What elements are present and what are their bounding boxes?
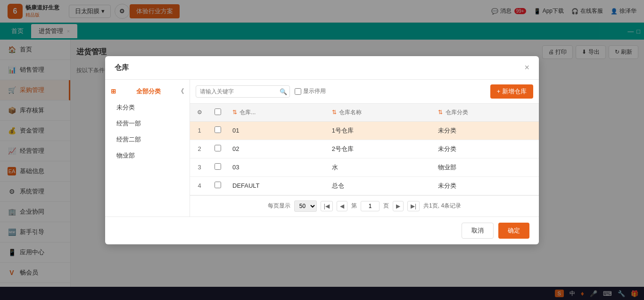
collapse-icon[interactable]: 《 bbox=[178, 87, 184, 96]
row-check-2[interactable] bbox=[209, 140, 227, 158]
search-icon[interactable]: 🔍 bbox=[280, 88, 287, 95]
table-row[interactable]: 3 03 水 物业部 bbox=[190, 158, 539, 176]
row-name-4: 总仓 bbox=[326, 176, 433, 195]
row-check-4[interactable] bbox=[209, 176, 227, 195]
table-head: ⚙ ⇅ 仓库... ⇅ bbox=[190, 104, 539, 122]
select-all-checkbox[interactable] bbox=[215, 108, 221, 115]
row-check-3[interactable] bbox=[209, 158, 227, 176]
category-ops1[interactable]: 经营一部 bbox=[105, 116, 190, 132]
modal-footer: 取消 确定 bbox=[105, 217, 539, 244]
all-categories-btn[interactable]: ⊞ 全部分类 《 bbox=[105, 83, 190, 100]
first-page-btn[interactable]: |◀ bbox=[321, 201, 333, 211]
row-code-2: 02 bbox=[227, 140, 326, 158]
row-cat-2: 未分类 bbox=[432, 140, 539, 158]
row-name-3: 水 bbox=[326, 158, 433, 176]
table-settings-icon[interactable]: ⚙ bbox=[197, 109, 202, 116]
col-category: ⇅ 仓库分类 bbox=[432, 104, 539, 122]
row-num-4: 4 bbox=[190, 176, 209, 195]
sort-cat-icon: ⇅ bbox=[438, 109, 443, 116]
row-cat-4: 未分类 bbox=[432, 176, 539, 195]
modal-pagination: 每页显示 50 |◀ ◀ 第 页 ▶ ▶| 共1页, 4条记录 bbox=[190, 195, 539, 217]
prev-page-btn[interactable]: ◀ bbox=[337, 201, 347, 211]
table-row[interactable]: 1 01 1号仓库 未分类 bbox=[190, 121, 539, 140]
col-code: ⇅ 仓库... bbox=[227, 104, 326, 122]
row-num-1: 1 bbox=[190, 121, 209, 140]
table-row[interactable]: 2 02 2号仓库 未分类 bbox=[190, 140, 539, 158]
page-number-input[interactable] bbox=[361, 201, 380, 211]
next-page-btn[interactable]: ▶ bbox=[393, 201, 404, 211]
row-cat-1: 未分类 bbox=[432, 121, 539, 140]
row-num-2: 2 bbox=[190, 140, 209, 158]
search-wrap: 🔍 bbox=[196, 85, 290, 98]
page-label: 页 bbox=[383, 202, 389, 210]
last-page-btn[interactable]: ▶| bbox=[407, 201, 420, 211]
modal-header: 仓库 × bbox=[105, 56, 539, 80]
show-disabled-checkbox[interactable]: 显示停用 bbox=[295, 87, 326, 95]
row-code-1: 01 bbox=[227, 121, 326, 140]
row-name-2: 2号仓库 bbox=[326, 140, 433, 158]
modal-toolbar: 🔍 显示停用 + 新增仓库 bbox=[190, 80, 539, 104]
disabled-checkbox[interactable] bbox=[295, 88, 301, 95]
add-warehouse-btn[interactable]: + 新增仓库 bbox=[490, 84, 533, 99]
cancel-button[interactable]: 取消 bbox=[462, 223, 494, 239]
category-property[interactable]: 物业部 bbox=[105, 148, 190, 164]
confirm-button[interactable]: 确定 bbox=[498, 223, 529, 239]
total-info: 共1页, 4条记录 bbox=[423, 202, 461, 210]
page-word: 第 bbox=[351, 202, 357, 210]
modal-overlay[interactable]: 仓库 × ⊞ 全部分类 《 未分类 经营一部 经营二部 物业部 bbox=[0, 0, 644, 300]
row-code-4: DEFAULT bbox=[227, 176, 326, 195]
table-row[interactable]: 4 DEFAULT 总仓 未分类 bbox=[190, 176, 539, 195]
row-name-1: 1号仓库 bbox=[326, 121, 433, 140]
category-unclassified[interactable]: 未分类 bbox=[105, 100, 190, 116]
modal-title: 仓库 bbox=[115, 63, 129, 72]
row-cat-3: 物业部 bbox=[432, 158, 539, 176]
category-panel: ⊞ 全部分类 《 未分类 经营一部 经营二部 物业部 bbox=[105, 80, 190, 217]
table-body: 1 01 1号仓库 未分类 2 02 2号仓库 bbox=[190, 121, 539, 195]
warehouse-table-wrap: ⚙ ⇅ 仓库... ⇅ bbox=[190, 104, 539, 195]
col-checkbox bbox=[209, 104, 227, 122]
warehouse-table: ⚙ ⇅ 仓库... ⇅ bbox=[190, 104, 539, 195]
row-code-3: 03 bbox=[227, 158, 326, 176]
per-page-select[interactable]: 50 bbox=[294, 200, 317, 212]
search-input[interactable] bbox=[196, 85, 290, 98]
row-check-1[interactable] bbox=[209, 121, 227, 140]
col-settings: ⚙ bbox=[190, 104, 209, 122]
sort-icon: ⇅ bbox=[232, 109, 237, 116]
modal-body: ⊞ 全部分类 《 未分类 经营一部 经营二部 物业部 🔍 bbox=[105, 80, 539, 217]
row-num-3: 3 bbox=[190, 158, 209, 176]
warehouse-table-panel: 🔍 显示停用 + 新增仓库 ⚙ bbox=[190, 80, 539, 217]
grid-icon: ⊞ bbox=[111, 88, 116, 95]
modal-close-btn[interactable]: × bbox=[524, 63, 529, 73]
sort-name-icon: ⇅ bbox=[332, 109, 337, 116]
per-page-label: 每页显示 bbox=[268, 202, 290, 210]
warehouse-modal: 仓库 × ⊞ 全部分类 《 未分类 经营一部 经营二部 物业部 bbox=[105, 56, 539, 244]
col-name: ⇅ 仓库名称 bbox=[326, 104, 433, 122]
category-ops2[interactable]: 经营二部 bbox=[105, 132, 190, 148]
